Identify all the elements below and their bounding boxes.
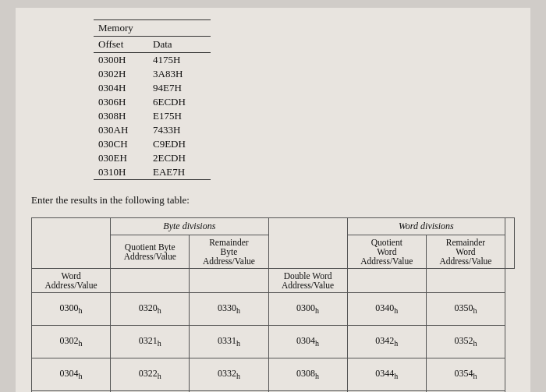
- results-row: 0304h 0322h 0332h 0308h 0344h 0354h: [32, 358, 515, 391]
- memory-row: 030CH C9EDH: [94, 137, 211, 151]
- dw-addr-cell: 0308h: [268, 358, 347, 391]
- memory-offset: 0302H: [94, 67, 148, 81]
- col-quot-byte-sub: [111, 269, 190, 293]
- col-quot-word-sub: [347, 269, 426, 293]
- memory-offset: 030CH: [94, 137, 148, 151]
- empty-mid: [268, 218, 347, 269]
- rem-byte-cell: 0330h: [190, 293, 268, 326]
- memory-data: 94E7H: [148, 81, 211, 95]
- memory-data: EAE7H: [148, 165, 211, 180]
- col-word-addr-header: WordAddress/Value: [32, 269, 111, 293]
- quot-word-cell: 0344h: [347, 358, 426, 391]
- memory-section: Memory Offset Data 0300H 4175H 0302H 3A8…: [31, 19, 515, 180]
- rem-word-cell: 0354h: [426, 358, 505, 391]
- quot-word-cell: 0340h: [347, 293, 426, 326]
- memory-row: 0304H 94E7H: [94, 81, 211, 95]
- quot-byte-cell: 0320h: [111, 293, 190, 326]
- memory-data: 4175H: [148, 53, 211, 68]
- rem-byte-cell: 0332h: [190, 358, 268, 391]
- results-row: 0302h 0321h 0331h 0304h 0342h 0352h: [32, 326, 515, 358]
- dw-addr-cell: 0304h: [268, 326, 347, 358]
- rem-word-cell: 0352h: [426, 326, 505, 358]
- memory-row: 0308H E175H: [94, 109, 211, 123]
- empty-last: [505, 218, 515, 269]
- results-row: 0300h 0320h 0330h 0300h 0340h 0350h: [32, 293, 515, 326]
- quot-byte-cell: 0322h: [111, 358, 190, 391]
- memory-offset: 0300H: [94, 53, 148, 68]
- memory-row: 0306H 6ECDH: [94, 95, 211, 109]
- memory-data: 2ECDH: [148, 151, 211, 165]
- memory-row: 030AH 7433H: [94, 123, 211, 137]
- word-group-header: Word divisions: [347, 218, 505, 235]
- memory-offset: 0308H: [94, 109, 148, 123]
- col-rem-word-header: RemainderWordAddress/Value: [426, 235, 505, 269]
- memory-row: 0302H 3A83H: [94, 67, 211, 81]
- rem-byte-cell: 0331h: [190, 326, 268, 358]
- memory-offset: 0306H: [94, 95, 148, 109]
- quot-byte-cell: 0321h: [111, 326, 190, 358]
- memory-data: 7433H: [148, 123, 211, 137]
- memory-offset: 0310H: [94, 165, 148, 180]
- memory-offset: 030EH: [94, 151, 148, 165]
- col-data-header: Data: [148, 37, 211, 53]
- word-addr-cell: 0300h: [32, 293, 111, 326]
- instruction-text: Enter the results in the following table…: [31, 194, 515, 207]
- col-quot-byte-header: Quotient ByteAddress/Value: [111, 235, 190, 269]
- memory-data: E175H: [148, 109, 211, 123]
- memory-table: Memory Offset Data 0300H 4175H 0302H 3A8…: [94, 19, 211, 180]
- dw-addr-cell: 0300h: [268, 293, 347, 326]
- col-rem-word-sub: [426, 269, 505, 293]
- memory-data: 6ECDH: [148, 95, 211, 109]
- col-rem-byte-sub: [190, 269, 268, 293]
- page-wrapper: Memory Offset Data 0300H 4175H 0302H 3A8…: [16, 8, 530, 392]
- memory-row: 030EH 2ECDH: [94, 151, 211, 165]
- word-addr-cell: 0302h: [32, 326, 111, 358]
- memory-data: C9EDH: [148, 137, 211, 151]
- memory-row: 0310H EAE7H: [94, 165, 211, 180]
- memory-offset: 030AH: [94, 123, 148, 137]
- empty-corner: [32, 218, 111, 269]
- byte-group-header: Byte divisions: [111, 218, 268, 235]
- memory-data: 3A83H: [148, 67, 211, 81]
- memory-row: 0300H 4175H: [94, 53, 211, 68]
- rem-word-cell: 0350h: [426, 293, 505, 326]
- memory-offset: 0304H: [94, 81, 148, 95]
- col-dw-addr-header: Double WordAddress/Value: [268, 269, 347, 293]
- results-table: Byte divisions Word divisions Quotient B…: [31, 217, 515, 392]
- quot-word-cell: 0342h: [347, 326, 426, 358]
- col-rem-byte-header: RemainderByteAddress/Value: [190, 235, 268, 269]
- word-addr-cell: 0304h: [32, 358, 111, 391]
- col-quot-word-header: QuotientWordAddress/Value: [347, 235, 426, 269]
- memory-title: Memory: [94, 20, 211, 37]
- col-offset-header: Offset: [94, 37, 148, 53]
